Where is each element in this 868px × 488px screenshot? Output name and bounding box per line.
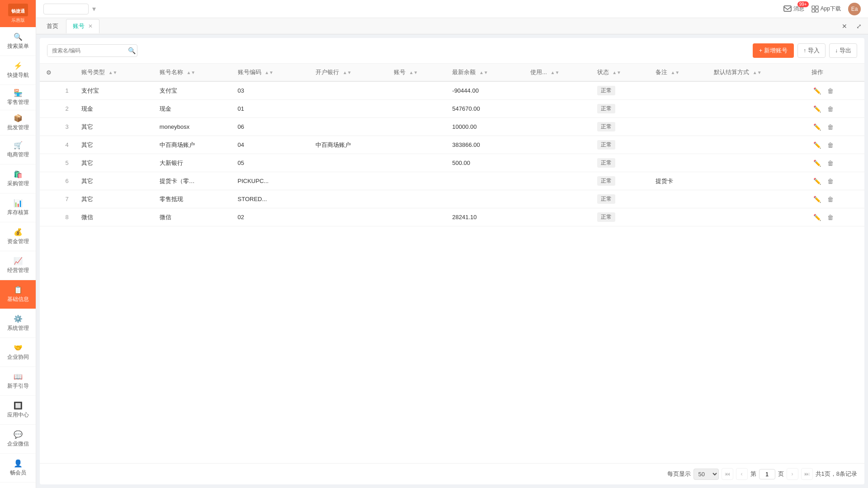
col-usage[interactable]: 使用... ▲▼ — [525, 64, 591, 81]
import-button[interactable]: ↑ 导入 — [797, 43, 826, 58]
page-input[interactable] — [759, 469, 775, 479]
prev-page-button[interactable]: ‹ — [736, 468, 748, 480]
edit-button[interactable]: ✏️ — [811, 159, 823, 168]
delete-button[interactable]: 🗑 — [826, 122, 835, 131]
edit-button[interactable]: ✏️ — [811, 141, 823, 150]
wholesale-icon: 📦 — [14, 114, 23, 122]
add-account-button[interactable]: + 新增账号 — [753, 43, 794, 58]
edit-button[interactable]: ✏️ — [811, 213, 823, 222]
page-size-select[interactable]: 50 10 20 100 — [693, 469, 719, 480]
row-usage — [525, 208, 591, 226]
sidebar-item-retail-mgmt[interactable]: 🏪 零售管理 — [0, 85, 36, 110]
row-actions: ✏️ 🗑 — [806, 136, 864, 154]
page-size-label: 每页显示 — [667, 470, 691, 478]
row-account-no — [388, 172, 447, 190]
message-button[interactable]: 消息 99+ — [783, 5, 804, 13]
delete-button[interactable]: 🗑 — [826, 159, 835, 168]
edit-button[interactable]: ✏️ — [811, 86, 823, 95]
sidebar-item-inventory[interactable]: 📊 库存核算 — [0, 193, 36, 222]
top-search-input[interactable] — [43, 4, 89, 14]
total-label: 共1页，8条记录 — [816, 470, 857, 478]
top-bar-right: 消息 99+ App下载 Ea — [783, 3, 861, 15]
edit-button[interactable]: ✏️ — [811, 122, 823, 131]
col-account-no[interactable]: 账号 ▲▼ — [388, 64, 447, 81]
sidebar-item-ecommerce-mgmt[interactable]: 🛒 电商管理 — [0, 136, 36, 164]
col-notes[interactable]: 备注 ▲▼ — [650, 64, 708, 81]
sidebar-item-wholesale-mgmt[interactable]: 📦 批发管理 — [0, 110, 36, 136]
row-latest-balance: 547670.00 — [447, 100, 525, 118]
delete-button[interactable]: 🗑 — [826, 177, 835, 186]
edit-button[interactable]: ✏️ — [811, 195, 823, 204]
sidebar-item-system-mgmt[interactable]: ⚙️ 系统管理 — [0, 309, 36, 338]
tab-expand-button[interactable]: ⤢ — [854, 21, 864, 32]
purchase-icon: 🛍️ — [14, 170, 23, 178]
row-num-cell: 2 — [58, 100, 76, 118]
row-usage — [525, 154, 591, 172]
tab-bar-right: ✕ ⤢ — [839, 21, 864, 32]
top-search-dropdown-icon[interactable]: ▾ — [92, 5, 96, 13]
sidebar-item-quick-nav[interactable]: ⚡ 快捷导航 — [0, 56, 36, 85]
delete-button[interactable]: 🗑 — [826, 104, 835, 113]
account-search-input[interactable] — [47, 45, 124, 56]
row-settings-cell — [40, 172, 58, 190]
col-latest-balance[interactable]: 最新余额 ▲▼ — [447, 64, 525, 81]
app-download-button[interactable]: App下载 — [811, 5, 841, 13]
col-opening-bank[interactable]: 开户银行 ▲▼ — [310, 64, 388, 81]
col-account-name[interactable]: 账号名称 ▲▼ — [154, 64, 232, 81]
col-settings[interactable]: ⚙ — [40, 64, 58, 81]
tab-account-close[interactable]: ✕ — [88, 23, 93, 29]
sort-arrows-usage: ▲▼ — [551, 70, 560, 75]
delete-button[interactable]: 🗑 — [826, 195, 835, 204]
sidebar-item-label: 资金管理 — [7, 238, 29, 245]
export-button[interactable]: ↓ 导出 — [829, 43, 857, 58]
sort-arrows-type: ▲▼ — [108, 70, 118, 75]
row-actions: ✏️ 🗑 — [806, 154, 864, 172]
col-status[interactable]: 状态 ▲▼ — [592, 64, 650, 81]
status-badge: 正常 — [597, 86, 615, 95]
status-badge: 正常 — [597, 158, 615, 168]
sidebar-item-finance-mgmt[interactable]: 💰 资金管理 — [0, 222, 36, 251]
col-default-settlement[interactable]: 默认结算方式 ▲▼ — [708, 64, 806, 81]
row-num-cell: 7 — [58, 190, 76, 208]
export-label: 导出 — [840, 47, 851, 55]
row-notes — [650, 208, 708, 226]
delete-button[interactable]: 🗑 — [826, 141, 835, 150]
col-account-type[interactable]: 账号类型 ▲▼ — [76, 64, 154, 81]
sort-arrows-name: ▲▼ — [186, 70, 195, 75]
last-page-button[interactable]: ⏭ — [801, 468, 813, 480]
next-page-button[interactable]: › — [787, 468, 798, 480]
row-account-code: 01 — [232, 100, 311, 118]
row-settings-cell — [40, 100, 58, 118]
sidebar-item-member[interactable]: 👤 畅会员 — [0, 454, 36, 483]
sidebar-item-label: 电商管理 — [7, 151, 29, 159]
edit-button[interactable]: ✏️ — [811, 177, 823, 186]
delete-button[interactable]: 🗑 — [826, 86, 835, 95]
tab-close-all-button[interactable]: ✕ — [839, 21, 850, 32]
edit-button[interactable]: ✏️ — [811, 104, 823, 113]
row-default-settlement — [708, 190, 806, 208]
row-opening-bank — [310, 118, 388, 136]
sidebar-item-label: 经营管理 — [7, 267, 29, 274]
app-download-icon — [811, 5, 819, 13]
tab-account[interactable]: 账号 ✕ — [66, 19, 99, 33]
basic-info-icon: 📋 — [14, 286, 23, 294]
svg-rect-3 — [812, 6, 815, 9]
row-usage — [525, 118, 591, 136]
sidebar-item-enterprise-wechat[interactable]: 💬 企业微信 — [0, 425, 36, 454]
sidebar-item-enterprise-agreement[interactable]: 🤝 企业协同 — [0, 338, 36, 367]
sidebar-item-purchase-mgmt[interactable]: 🛍️ 采购管理 — [0, 164, 36, 193]
col-account-code[interactable]: 账号编码 ▲▼ — [232, 64, 311, 81]
sidebar-item-app-center[interactable]: 🔲 应用中心 — [0, 396, 36, 425]
tab-home[interactable]: 首页 — [40, 19, 65, 33]
wechat-icon: 💬 — [14, 430, 23, 439]
account-search-button[interactable]: 🔍 — [124, 47, 137, 54]
user-avatar[interactable]: Ea — [848, 3, 861, 15]
sidebar-item-search-menu[interactable]: 🔍 搜索菜单 — [0, 27, 36, 56]
sidebar-item-beginner-guide[interactable]: 📖 新手引导 — [0, 367, 36, 396]
status-badge: 正常 — [597, 140, 615, 150]
sidebar-item-basic-info[interactable]: 📋 基础信息 — [0, 280, 36, 309]
delete-button[interactable]: 🗑 — [826, 213, 835, 222]
row-opening-bank — [310, 154, 388, 172]
sidebar-item-operations-mgmt[interactable]: 📈 经营管理 — [0, 251, 36, 280]
first-page-button[interactable]: ⏮ — [722, 468, 733, 480]
